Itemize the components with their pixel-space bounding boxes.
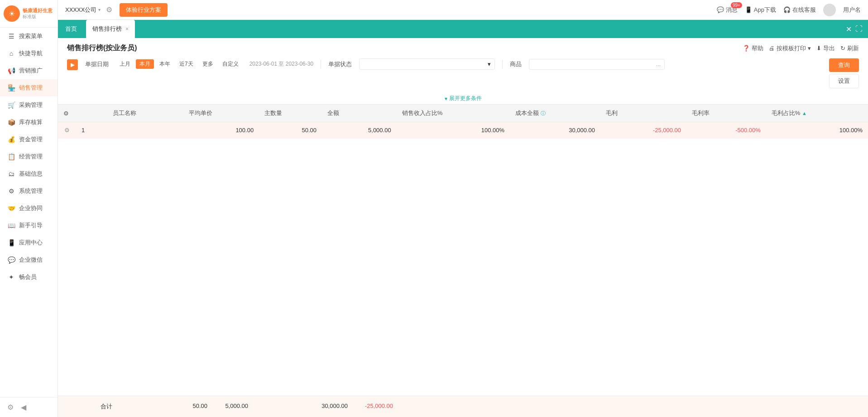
date-tab-this-month[interactable]: 本月	[136, 59, 154, 69]
sidebar-item-member[interactable]: ✦ 畅会员	[0, 268, 58, 286]
sidebar-item-inventory[interactable]: 📦 库存核算	[0, 114, 58, 131]
row-settings-icon: ⚙	[63, 127, 71, 134]
query-button[interactable]: 查询	[829, 58, 859, 72]
logo-icon: ☀	[4, 5, 20, 22]
expand-conditions-button[interactable]: ▾ 展开更多条件	[445, 95, 482, 102]
tabbar: 首页 销售排行榜 × ✕ ⛶	[58, 20, 868, 38]
col-amount: 全额	[322, 105, 397, 122]
logo-text: 畅康通好生意	[23, 7, 53, 14]
print-chevron-icon: ▾	[808, 45, 811, 52]
topbar-settings-icon[interactable]: ⚙	[106, 5, 112, 14]
setting-button[interactable]: 设置	[829, 74, 859, 88]
tab-close-button[interactable]: ×	[125, 26, 129, 32]
export-button[interactable]: ⬇ 导出	[816, 44, 835, 53]
wechat-icon: 💬	[7, 256, 15, 264]
sidebar-item-system[interactable]: ⚙ 系统管理	[0, 182, 58, 200]
filter-toggle-button[interactable]: ▶	[67, 59, 78, 70]
date-tab-this-year[interactable]: 本年	[156, 59, 174, 69]
trial-button[interactable]: 体验行业方案	[120, 3, 168, 17]
date-tab-last-month[interactable]: 上月	[116, 59, 134, 69]
sidebar-item-operations[interactable]: 📋 经营管理	[0, 148, 58, 165]
sidebar-item-marketing[interactable]: 📢 营销推广	[0, 62, 58, 79]
sidebar-item-search[interactable]: ☰ 搜索菜单	[0, 28, 58, 45]
status-select[interactable]: ▾	[359, 58, 495, 70]
sidebar-item-wechat[interactable]: 💬 企业微信	[0, 251, 58, 268]
enterprise-icon: 🤝	[7, 204, 15, 212]
member-icon: ✦	[7, 273, 15, 281]
date-tabs: 上月 本月 本年 近7天 更多 自定义	[116, 59, 242, 69]
app-download-button[interactable]: 📱 App下载	[745, 6, 776, 14]
sidebar-item-enterprise[interactable]: 🤝 企业协同	[0, 200, 58, 217]
system-icon: ⚙	[7, 187, 15, 195]
sidebar-item-label: 系统管理	[19, 187, 43, 195]
sidebar-item-purchase[interactable]: 🛒 采购管理	[0, 96, 58, 114]
date-tab-7days[interactable]: 近7天	[176, 59, 197, 69]
sidebar-item-label: 企业协同	[19, 204, 43, 212]
message-badge: 99+	[731, 2, 742, 8]
col-name: 员工名称	[107, 105, 183, 122]
table-body: ⚙ 1 100.00 50.00 5,000.00 100.00% 30,000…	[58, 122, 868, 139]
row-sales-pct: 100.00%	[397, 122, 510, 139]
data-table: ⚙ 员工名称 平均单价 主数量 全额 销售收入占比% 成本全额 ⓘ 毛利 毛利率…	[58, 105, 868, 139]
print-button[interactable]: 🖨 按模板打印 ▾	[769, 44, 811, 53]
phone-icon: 📱	[745, 6, 752, 13]
sidebar-item-label: 应用中心	[19, 239, 43, 247]
collapse-icon[interactable]: ◀	[21, 403, 26, 412]
date-tab-more[interactable]: 更多	[199, 59, 217, 69]
message-icon: 💬	[717, 6, 724, 13]
sidebar-item-label: 销售管理	[19, 84, 43, 92]
sidebar-item-guide[interactable]: 📖 新手引导	[0, 217, 58, 234]
sidebar-item-app-center[interactable]: 📱 应用中心	[0, 234, 58, 251]
tab-active[interactable]: 销售排行榜 ×	[86, 20, 135, 38]
tab-active-label: 销售排行榜	[92, 25, 122, 33]
sidebar-item-label: 经营管理	[19, 153, 43, 161]
col-cost: 成本全额 ⓘ	[510, 105, 600, 122]
sidebar-item-sales[interactable]: 🏪 销售管理	[0, 79, 58, 96]
search-menu-icon: ☰	[7, 32, 15, 40]
sidebar-item-label: 库存核算	[19, 118, 43, 126]
sidebar-item-basic-info[interactable]: 🗂 基础信息	[0, 165, 58, 182]
row-index: 1	[76, 122, 107, 139]
date-range: 2023-06-01 至 2023-06-30	[249, 60, 313, 68]
company-chevron-icon: ▾	[98, 7, 101, 12]
footer-cost: 30,000.00	[308, 401, 353, 412]
filter-buttons: 查询 设置	[829, 58, 859, 88]
avatar[interactable]	[823, 4, 836, 16]
table-area: ⚙ 员工名称 平均单价 主数量 全额 销售收入占比% 成本全额 ⓘ 毛利 毛利率…	[58, 105, 868, 417]
footer-main-qty: 50.00	[177, 401, 213, 412]
sidebar-item-label: 营销推广	[19, 67, 43, 75]
capital-icon: 💰	[7, 135, 15, 144]
date-tab-custom[interactable]: 自定义	[219, 59, 242, 69]
footer-amount: 5,000.00	[213, 401, 254, 412]
settings-bottom-icon[interactable]: ⚙	[7, 403, 14, 412]
online-service-button[interactable]: 🎧 在线客服	[783, 6, 816, 14]
company-name: XXXXX公司	[65, 6, 96, 14]
username[interactable]: 用户名	[843, 6, 861, 14]
goods-more-icon[interactable]: ...	[656, 61, 661, 67]
tab-expand-icon[interactable]: ⛶	[855, 25, 863, 33]
logo-area: ☀ 畅康通好生意 标准版	[0, 0, 58, 28]
chevron-down-icon: ▾	[445, 96, 447, 102]
tab-close-all-icon[interactable]: ✕	[846, 25, 852, 34]
footer-index	[82, 401, 95, 412]
footer-label: 合计	[95, 401, 140, 412]
topbar-right: 💬 消息 99+ 📱 App下载 🎧 在线客服 用户名	[717, 4, 861, 16]
sidebar-item-label: 企业微信	[19, 256, 43, 264]
refresh-button[interactable]: ↻ 刷新	[840, 44, 859, 53]
logo-sub: 标准版	[23, 14, 53, 20]
goods-select[interactable]: ...	[529, 59, 665, 70]
help-icon: ❓	[743, 45, 750, 52]
footer-sales-pct	[254, 401, 308, 412]
help-button[interactable]: ❓ 帮助	[743, 44, 763, 53]
footer-cells: 合计 50.00 5,000.00 30,000.00 -25,000.00	[63, 401, 863, 412]
col-index	[76, 105, 107, 122]
app-label: App下载	[754, 6, 776, 14]
company-selector[interactable]: XXXXX公司 ▾	[65, 6, 101, 14]
home-icon: ⌂	[7, 49, 15, 58]
refresh-icon: ↻	[840, 45, 845, 52]
message-button[interactable]: 💬 消息 99+	[717, 6, 738, 14]
sidebar-item-capital[interactable]: 💰 资金管理	[0, 131, 58, 148]
sidebar-item-quick-nav[interactable]: ⌂ 快捷导航	[0, 45, 58, 62]
sidebar-nav: ☰ 搜索菜单 ⌂ 快捷导航 📢 营销推广 🏪 销售管理 🛒 采购管理 📦 库存核…	[0, 28, 58, 397]
tab-home[interactable]: 首页	[58, 20, 84, 38]
